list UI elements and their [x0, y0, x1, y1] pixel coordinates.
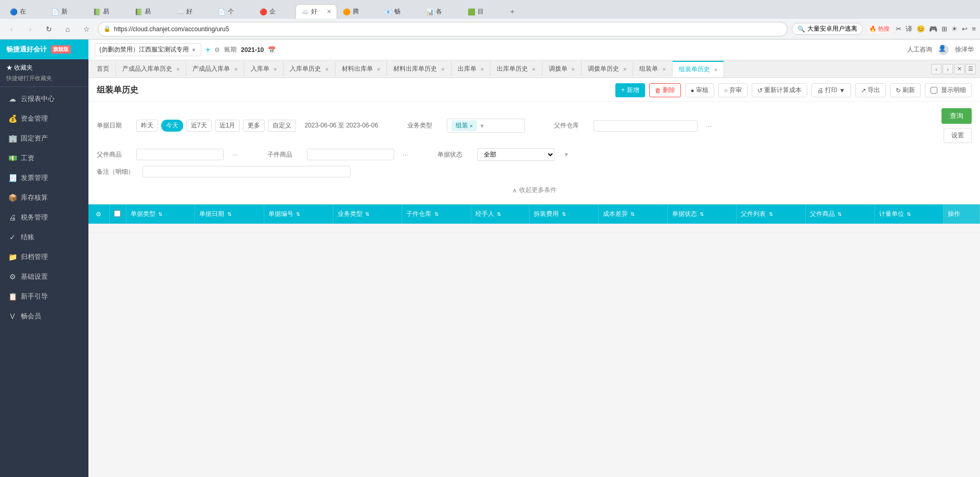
browser-tab-10[interactable]: 📧 畅 [379, 4, 420, 19]
tab-8-close[interactable]: ✕ [327, 8, 331, 15]
month-btn[interactable]: 近1月 [215, 120, 240, 132]
settings-icon[interactable]: ⚙ [214, 46, 220, 54]
tab-mat-out[interactable]: 材料出库单 × [336, 61, 387, 76]
th-doc-no[interactable]: 单据编号 ⇅ [264, 204, 333, 224]
show-detail-checkbox[interactable] [931, 87, 937, 94]
select-all-checkbox[interactable] [114, 210, 121, 217]
menu-item-basic[interactable]: ⚙ 基础设置 [0, 267, 88, 287]
browser-tab-9[interactable]: 🟠 腾 [337, 4, 379, 19]
biz-type-dropdown-icon[interactable]: ▼ [479, 123, 485, 129]
today-btn[interactable]: 今天 [161, 120, 183, 132]
new-tab-button[interactable]: ＋ [504, 4, 545, 19]
menu-item-cloud-report[interactable]: ☁ 云报表中心 [0, 89, 88, 109]
tab-prod-in-hist[interactable]: 产成品入库单历史 × [116, 61, 186, 76]
export-button[interactable]: ↗ 导出 [855, 83, 886, 97]
tab-mat-out-close[interactable]: × [377, 66, 380, 72]
audit-button[interactable]: ● 审核 [685, 83, 714, 97]
th-parent-goods[interactable]: 父件商品 ⇅ [806, 204, 875, 224]
menu-item-fixed-assets[interactable]: 🏢 固定资产 [0, 128, 88, 148]
tab-kit-hist[interactable]: 组装单历史 × [673, 61, 724, 77]
th-settings[interactable]: ⚙ [88, 204, 109, 224]
parent-goods-input[interactable] [136, 149, 224, 160]
tab-mat-out-hist-close[interactable]: × [441, 66, 444, 72]
company-selector[interactable]: (勿删勿禁用）江西服宝测试专用 ▼ [95, 43, 201, 56]
more-date-btn[interactable]: 更多 [243, 120, 265, 132]
menu-item-inventory[interactable]: 📦 库存核算 [0, 188, 88, 208]
note-input[interactable] [143, 166, 351, 177]
home-browser-button[interactable]: ⌂ [60, 22, 75, 36]
tab-in-close[interactable]: × [274, 66, 277, 72]
custom-date-btn[interactable]: 自定义 [268, 120, 296, 132]
tab-right-arrow[interactable]: › [943, 64, 953, 74]
browser-tab-11[interactable]: 📊 各 [420, 4, 462, 19]
th-doc-type[interactable]: 单据类型 ⇅ [126, 204, 195, 224]
tab-kit[interactable]: 组装单 × [633, 61, 672, 76]
tab-close-all[interactable]: ✕ [954, 64, 964, 74]
refresh-browser-button[interactable]: ↻ [42, 22, 56, 36]
th-disassemble-fee[interactable]: 拆装费用 ⇅ [530, 204, 599, 224]
tab-menu[interactable]: ☰ [965, 64, 976, 74]
tab-out-hist-close[interactable]: × [532, 66, 535, 72]
parent-goods-ellipsis[interactable]: ··· [232, 150, 238, 159]
status-select[interactable]: 全部 [477, 148, 555, 161]
tab-prod-in-hist-close[interactable]: × [176, 66, 179, 72]
recalc-cost-button[interactable]: ↺ 重新计算成本 [752, 83, 807, 97]
browser-tab-3[interactable]: 📗 易 [87, 4, 129, 19]
new-button[interactable]: + 新增 [615, 83, 644, 97]
browser-tab-5[interactable]: ☁️ 好 [171, 4, 212, 19]
browser-tab-8[interactable]: ☁️ 好 ✕ [295, 4, 337, 19]
menu-item-payroll[interactable]: 💵 工资 [0, 148, 88, 168]
th-parent-list[interactable]: 父件列表 ⇅ [737, 204, 806, 224]
week-btn[interactable]: 近7天 [186, 120, 212, 132]
menu-item-guide[interactable]: 📋 新手引导 [0, 287, 88, 306]
tab-assemble-hist-close[interactable]: × [623, 66, 626, 72]
th-child-warehouse[interactable]: 子件仓库 ⇅ [402, 204, 471, 224]
address-bar[interactable]: 🔒 https://cloud.chanjet.com/accounting/u… [98, 22, 788, 36]
tab-in[interactable]: 入库单 × [244, 61, 283, 76]
tab-in-hist[interactable]: 入库单历史 × [283, 61, 335, 76]
biz-type-tag-close[interactable]: × [470, 123, 473, 129]
menu-item-tax[interactable]: 🖨 税务管理 [0, 208, 88, 227]
back-button[interactable]: ‹ [4, 22, 19, 36]
add-company-button[interactable]: + [205, 45, 210, 55]
tab-assemble-hist[interactable]: 调拨单历史 × [582, 61, 633, 76]
parent-warehouse-ellipsis[interactable]: ··· [706, 122, 712, 130]
browser-tab-2[interactable]: 📄 新 [46, 4, 87, 19]
parent-warehouse-input[interactable] [594, 120, 698, 132]
refresh-button[interactable]: ↻ 刷新 [890, 83, 921, 97]
browser-tab-7[interactable]: 🔴 企 [254, 4, 295, 19]
tab-out-hist[interactable]: 出库单历史 × [491, 61, 542, 76]
child-goods-ellipsis[interactable]: ··· [403, 150, 409, 159]
tab-prod-in-close[interactable]: × [234, 66, 237, 72]
calendar-icon[interactable]: 📅 [268, 46, 276, 54]
forward-button[interactable]: › [23, 22, 37, 36]
th-doc-date[interactable]: 单据日期 ⇅ [195, 204, 264, 224]
th-cost-diff[interactable]: 成本差异 ⇅ [598, 204, 667, 224]
tab-prod-in[interactable]: 产成品入库单 × [186, 61, 244, 76]
th-doc-status[interactable]: 单据状态 ⇅ [667, 204, 737, 224]
tab-out-close[interactable]: × [481, 66, 484, 72]
th-biz-type[interactable]: 业务类型 ⇅ [333, 204, 402, 224]
bookmark-button[interactable]: ☆ [79, 22, 94, 36]
browser-tab-12[interactable]: 🟩 目 [462, 4, 504, 19]
menu-item-checkout[interactable]: ✓ 结账 [0, 227, 88, 247]
menu-item-invoice[interactable]: 🧾 发票管理 [0, 168, 88, 188]
th-checkbox[interactable] [109, 204, 126, 224]
menu-item-archive[interactable]: 📁 归档管理 [0, 247, 88, 267]
show-detail-button[interactable]: 显示明细 [925, 83, 972, 97]
th-unit[interactable]: 计量单位 ⇅ [874, 204, 944, 224]
child-goods-input[interactable] [307, 149, 394, 160]
browser-tab-4[interactable]: 📗 易 [129, 4, 171, 19]
favorites-shortcut[interactable]: 快捷键打开收藏夹 [6, 74, 82, 82]
support-label[interactable]: 人工咨询 [907, 45, 932, 54]
tab-home[interactable]: 首页 [91, 61, 116, 76]
yesterday-btn[interactable]: 昨天 [136, 120, 158, 132]
tab-assemble[interactable]: 调拨单 × [543, 61, 582, 76]
query-button[interactable]: 查询 [942, 108, 972, 124]
tab-left-arrow[interactable]: ‹ [931, 64, 942, 74]
menu-item-member[interactable]: V 畅会员 [0, 306, 88, 326]
menu-item-fund[interactable]: 💰 资金管理 [0, 109, 88, 128]
tab-in-hist-close[interactable]: × [325, 66, 328, 72]
settings-button[interactable]: 设置 [944, 128, 972, 143]
tab-assemble-close[interactable]: × [572, 66, 575, 72]
